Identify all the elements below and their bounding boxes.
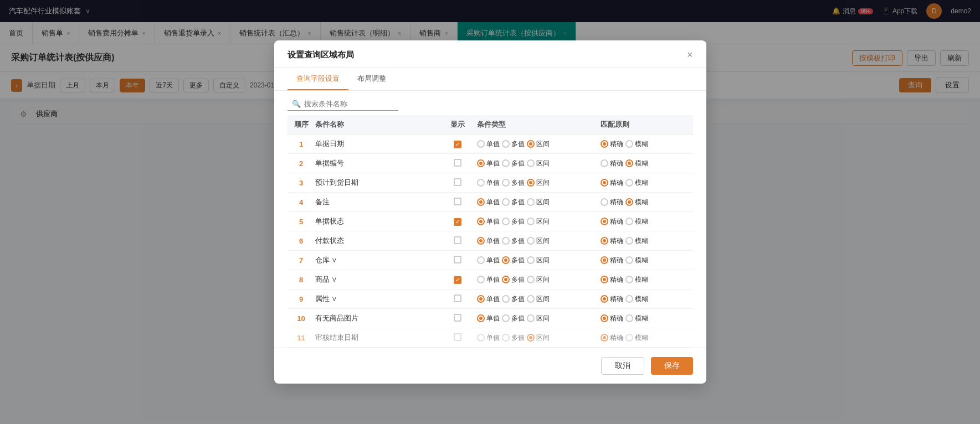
radio-single-icon[interactable] [477, 237, 485, 245]
match-radio-fuzzy[interactable]: 模糊 [625, 178, 648, 188]
type-radio-range[interactable]: 区间 [527, 139, 550, 149]
row-display[interactable] [438, 178, 477, 188]
search-input[interactable] [304, 100, 387, 108]
radio-range-icon[interactable] [527, 140, 535, 148]
radio-single-icon[interactable] [477, 159, 485, 167]
radio-multi-icon[interactable] [502, 179, 510, 187]
type-radio-multi[interactable]: 多值 [502, 314, 525, 323]
radio-multi-icon[interactable] [502, 237, 510, 245]
radio-fuzzy-icon[interactable] [625, 276, 633, 283]
type-radio-multi[interactable]: 多值 [502, 294, 525, 304]
match-radio-exact[interactable]: 精确 [601, 294, 623, 304]
radio-fuzzy-icon[interactable] [625, 314, 633, 322]
row-display[interactable] [438, 217, 477, 226]
match-radio-exact[interactable]: 精确 [601, 275, 623, 285]
radio-multi-icon[interactable] [502, 198, 510, 206]
radio-multi-icon[interactable] [502, 334, 510, 342]
radio-range-icon[interactable] [527, 159, 535, 167]
match-radio-exact[interactable]: 精确 [601, 217, 623, 226]
display-checkbox[interactable] [454, 159, 461, 167]
radio-single-icon[interactable] [477, 218, 485, 225]
type-radio-single[interactable]: 单值 [477, 198, 500, 207]
match-radio-fuzzy[interactable]: 模糊 [625, 217, 648, 226]
display-checkbox[interactable] [454, 198, 461, 205]
radio-multi-icon[interactable] [502, 276, 510, 283]
radio-range-icon[interactable] [527, 198, 535, 206]
type-radio-single[interactable]: 单值 [477, 236, 500, 246]
radio-fuzzy-icon[interactable] [625, 159, 633, 167]
radio-exact-icon[interactable] [601, 140, 608, 148]
type-radio-multi[interactable]: 多值 [502, 178, 525, 188]
dialog-close-button[interactable]: × [687, 49, 693, 61]
type-radio-single[interactable]: 单值 [477, 139, 500, 149]
row-display[interactable] [438, 256, 477, 265]
radio-exact-icon[interactable] [601, 237, 608, 245]
type-radio-multi[interactable]: 多值 [502, 159, 525, 168]
radio-fuzzy-icon[interactable] [625, 140, 633, 148]
type-radio-range[interactable]: 区间 [527, 275, 550, 285]
type-radio-multi[interactable]: 多值 [502, 217, 525, 226]
display-checkbox[interactable] [454, 236, 461, 244]
match-radio-exact[interactable]: 精确 [601, 333, 623, 343]
type-radio-range[interactable]: 区间 [527, 294, 550, 304]
match-radio-fuzzy[interactable]: 模糊 [625, 294, 648, 304]
type-radio-multi[interactable]: 多值 [502, 333, 525, 343]
row-display[interactable] [438, 159, 477, 168]
radio-multi-icon[interactable] [502, 159, 510, 167]
match-radio-fuzzy[interactable]: 模糊 [625, 314, 648, 323]
radio-single-icon[interactable] [477, 179, 485, 187]
radio-multi-icon[interactable] [502, 140, 510, 148]
radio-fuzzy-icon[interactable] [625, 198, 633, 206]
radio-range-icon[interactable] [527, 276, 535, 283]
type-radio-multi[interactable]: 多值 [502, 198, 525, 207]
radio-multi-icon[interactable] [502, 256, 510, 264]
match-radio-exact[interactable]: 精确 [601, 178, 623, 188]
match-radio-exact[interactable]: 精确 [601, 314, 623, 323]
radio-single-icon[interactable] [477, 256, 485, 264]
type-radio-range[interactable]: 区间 [527, 159, 550, 168]
row-display[interactable] [438, 333, 477, 343]
row-display[interactable] [438, 294, 477, 304]
display-checkbox[interactable] [454, 314, 461, 322]
radio-exact-icon[interactable] [601, 295, 608, 303]
radio-exact-icon[interactable] [601, 256, 608, 264]
type-radio-single[interactable]: 单值 [477, 275, 500, 285]
match-radio-fuzzy[interactable]: 模糊 [625, 139, 648, 149]
radio-fuzzy-icon[interactable] [625, 256, 633, 264]
radio-range-icon[interactable] [527, 334, 535, 342]
radio-range-icon[interactable] [527, 295, 535, 303]
radio-fuzzy-icon[interactable] [625, 237, 633, 245]
radio-multi-icon[interactable] [502, 314, 510, 322]
display-checkbox[interactable] [454, 256, 461, 263]
type-radio-multi[interactable]: 多值 [502, 256, 525, 265]
type-radio-range[interactable]: 区间 [527, 178, 550, 188]
match-radio-fuzzy[interactable]: 模糊 [625, 256, 648, 265]
type-radio-multi[interactable]: 多值 [502, 236, 525, 246]
match-radio-fuzzy[interactable]: 模糊 [625, 236, 648, 246]
radio-single-icon[interactable] [477, 295, 485, 303]
type-radio-range[interactable]: 区间 [527, 236, 550, 246]
cancel-button[interactable]: 取消 [601, 357, 644, 375]
radio-exact-icon[interactable] [601, 159, 608, 167]
radio-multi-icon[interactable] [502, 218, 510, 225]
type-radio-range[interactable]: 区间 [527, 217, 550, 226]
radio-single-icon[interactable] [477, 314, 485, 322]
type-radio-single[interactable]: 单值 [477, 294, 500, 304]
match-radio-fuzzy[interactable]: 模糊 [625, 198, 648, 207]
match-radio-exact[interactable]: 精确 [601, 256, 623, 265]
row-display[interactable] [438, 139, 477, 148]
display-checkbox[interactable] [454, 141, 461, 148]
display-checkbox[interactable] [454, 294, 461, 302]
radio-exact-icon[interactable] [601, 198, 608, 206]
radio-range-icon[interactable] [527, 237, 535, 245]
radio-range-icon[interactable] [527, 256, 535, 264]
radio-exact-icon[interactable] [601, 314, 608, 322]
match-radio-exact[interactable]: 精确 [601, 159, 623, 168]
match-radio-fuzzy[interactable]: 模糊 [625, 333, 648, 343]
row-display[interactable] [438, 236, 477, 246]
type-radio-single[interactable]: 单值 [477, 314, 500, 323]
radio-single-icon[interactable] [477, 198, 485, 206]
radio-fuzzy-icon[interactable] [625, 295, 633, 303]
row-display[interactable] [438, 314, 477, 323]
type-radio-single[interactable]: 单值 [477, 178, 500, 188]
